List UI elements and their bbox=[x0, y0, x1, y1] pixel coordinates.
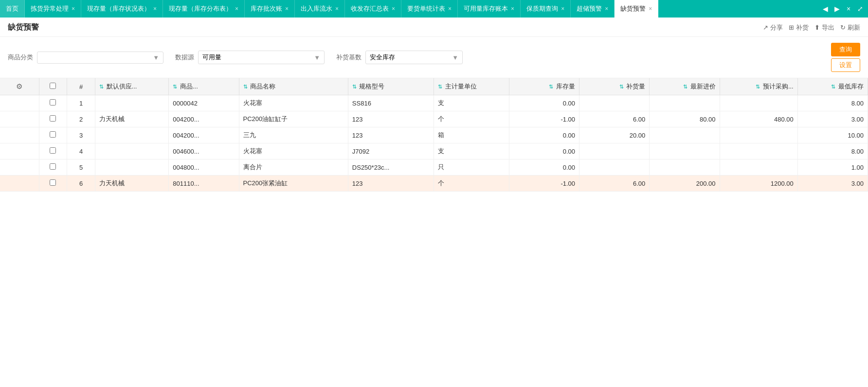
row-inventory: -1.00 bbox=[509, 111, 579, 127]
row-unit: 个 bbox=[434, 176, 509, 192]
row-checkbox-cell[interactable] bbox=[39, 127, 67, 143]
row-est-purchase bbox=[720, 143, 797, 159]
tab-batch-account[interactable]: 库存批次账 × bbox=[245, 0, 295, 18]
refresh-button[interactable]: ↻ 刷新 bbox=[840, 23, 860, 32]
close-tab-receive-summary[interactable]: × bbox=[392, 5, 395, 12]
tab-navigation: ◀ ▶ × ⤢ bbox=[817, 3, 868, 15]
col-replenish-qty[interactable]: ⇅ 补货量 bbox=[579, 78, 650, 95]
category-select[interactable]: ▼ bbox=[37, 52, 163, 64]
col-checkbox-header[interactable] bbox=[39, 78, 67, 95]
row-inventory: 0.00 bbox=[509, 143, 579, 159]
tab-requisition-stat[interactable]: 要货单统计表 × bbox=[401, 0, 458, 18]
product-name-sort-icon: ⇅ bbox=[243, 84, 248, 89]
page-container: 缺货预警 ↗ 分享 ⊞ 补货 ⬆ 导出 ↻ 刷新 商品分类 bbox=[0, 18, 868, 387]
row-inventory: -1.00 bbox=[509, 176, 579, 192]
tab-maximize-btn[interactable]: ⤢ bbox=[854, 3, 866, 15]
close-tab-inventory-dist[interactable]: × bbox=[235, 5, 238, 12]
row-checkbox[interactable] bbox=[50, 99, 56, 106]
col-spec[interactable]: ⇅ 规格型号 bbox=[348, 78, 434, 95]
export-button[interactable]: ⬆ 导出 bbox=[814, 23, 834, 32]
datasource-select[interactable]: 可用量 ▼ bbox=[198, 51, 325, 64]
tab-available-ledger[interactable]: 可用量库存账本 × bbox=[458, 0, 521, 18]
close-tab-expiry-query[interactable]: × bbox=[561, 5, 564, 12]
tab-next-btn[interactable]: ▶ bbox=[831, 3, 843, 15]
row-supplier: 力天机械 bbox=[95, 176, 168, 192]
row-checkbox[interactable] bbox=[50, 163, 56, 170]
settings-button[interactable]: 设置 bbox=[831, 58, 860, 72]
row-checkbox-cell[interactable] bbox=[39, 143, 67, 159]
col-inventory[interactable]: ⇅ 库存量 bbox=[509, 78, 579, 95]
category-filter: 商品分类 ▼ bbox=[8, 52, 163, 64]
datasource-value: 可用量 bbox=[202, 53, 221, 62]
col-min-inventory[interactable]: ⇅ 最低库存 bbox=[797, 78, 868, 95]
col-gear[interactable]: ⚙ bbox=[0, 78, 39, 95]
tab-expiry-query[interactable]: 保质期查询 × bbox=[521, 0, 571, 18]
tab-shortage[interactable]: 缺货预警 × bbox=[615, 0, 658, 18]
tab-overstock[interactable]: 超储预警 × bbox=[571, 0, 615, 18]
table-header-row: ⚙ # ⇅ 默认供应... ⇅ 商品... ⇅ bbox=[0, 78, 868, 95]
row-spec: DS250*23c... bbox=[348, 159, 434, 176]
row-supplier: 力天机械 bbox=[95, 111, 168, 127]
tab-prev-btn[interactable]: ◀ bbox=[819, 3, 831, 15]
row-replenish-qty: 6.00 bbox=[579, 111, 650, 127]
page-header: 缺货预警 ↗ 分享 ⊞ 补货 ⬆ 导出 ↻ 刷新 bbox=[0, 18, 868, 37]
close-tab-overstock[interactable]: × bbox=[605, 5, 608, 12]
table-row: 2 力天机械 004200... PC200油缸缸子 123 个 -1.00 6… bbox=[0, 111, 868, 127]
close-tab-inventory-status[interactable]: × bbox=[153, 5, 157, 12]
refresh-icon: ↻ bbox=[840, 24, 846, 31]
tab-close-btn[interactable]: × bbox=[843, 3, 854, 15]
tab-inout-flow[interactable]: 出入库流水 × bbox=[295, 0, 345, 18]
supplement-icon: ⊞ bbox=[789, 24, 794, 31]
col-product-name[interactable]: ⇅ 商品名称 bbox=[239, 78, 348, 95]
row-checkbox-cell[interactable] bbox=[39, 159, 67, 176]
page-title: 缺货预警 bbox=[8, 22, 39, 33]
row-checkbox[interactable] bbox=[50, 147, 56, 154]
row-latest-price bbox=[650, 127, 720, 143]
spec-sort-icon: ⇅ bbox=[352, 84, 357, 89]
tab-inventory-status[interactable]: 现存量（库存状况表） × bbox=[81, 0, 163, 18]
col-latest-price[interactable]: ⇅ 最新进价 bbox=[650, 78, 720, 95]
tab-receive-summary[interactable]: 收发存汇总表 × bbox=[345, 0, 401, 18]
select-all-checkbox[interactable] bbox=[50, 83, 56, 89]
row-supplier bbox=[95, 143, 168, 159]
row-product-code: 004800... bbox=[169, 159, 239, 176]
query-button[interactable]: 查询 bbox=[831, 43, 860, 56]
row-supplier bbox=[95, 95, 168, 111]
replenish-select[interactable]: 安全库存 ▼ bbox=[365, 51, 463, 64]
row-checkbox-cell[interactable] bbox=[39, 111, 67, 127]
row-checkbox[interactable] bbox=[50, 115, 56, 122]
share-button[interactable]: ↗ 分享 bbox=[763, 23, 783, 32]
gear-icon[interactable]: ⚙ bbox=[16, 82, 22, 90]
row-min-inventory: 1.00 bbox=[797, 159, 868, 176]
tab-inventory-dist[interactable]: 现存量（库存分布表） × bbox=[163, 0, 245, 18]
close-tab-requisition-stat[interactable]: × bbox=[448, 5, 452, 12]
row-checkbox-cell[interactable] bbox=[39, 176, 67, 192]
row-inventory: 0.00 bbox=[509, 127, 579, 143]
table-row: 4 004600... 火花塞 J7092 支 0.00 8.00 bbox=[0, 143, 868, 159]
row-seq: 4 bbox=[67, 143, 95, 159]
inventory-sort-icon: ⇅ bbox=[549, 84, 553, 89]
row-product-name: PC200张紧油缸 bbox=[239, 176, 348, 192]
tab-exception[interactable]: 拣货异常处理 × bbox=[25, 0, 81, 18]
close-tab-shortage[interactable]: × bbox=[649, 5, 652, 12]
row-supplier bbox=[95, 127, 168, 143]
col-default-supplier[interactable]: ⇅ 默认供应... bbox=[95, 78, 168, 95]
row-checkbox-cell[interactable] bbox=[39, 95, 67, 111]
close-tab-batch-account[interactable]: × bbox=[285, 5, 289, 12]
row-inventory: 0.00 bbox=[509, 159, 579, 176]
supplier-sort-icon: ⇅ bbox=[99, 84, 104, 89]
row-checkbox[interactable] bbox=[50, 179, 56, 186]
close-tab-available-ledger[interactable]: × bbox=[511, 5, 514, 12]
close-tab-exception[interactable]: × bbox=[72, 5, 75, 12]
col-est-purchase[interactable]: ⇅ 预计采购... bbox=[720, 78, 797, 95]
col-unit[interactable]: ⇅ 主计量单位 bbox=[434, 78, 509, 95]
tab-home[interactable]: 首页 bbox=[0, 0, 25, 18]
row-unit: 只 bbox=[434, 159, 509, 176]
close-tab-inout-flow[interactable]: × bbox=[335, 5, 339, 12]
latest-price-sort-icon: ⇅ bbox=[683, 84, 687, 89]
supplement-button[interactable]: ⊞ 补货 bbox=[789, 23, 809, 32]
col-product-code[interactable]: ⇅ 商品... bbox=[169, 78, 239, 95]
datasource-dropdown-arrow: ▼ bbox=[314, 54, 320, 61]
row-checkbox[interactable] bbox=[50, 131, 56, 138]
replenish-label: 补货基数 bbox=[336, 53, 362, 62]
